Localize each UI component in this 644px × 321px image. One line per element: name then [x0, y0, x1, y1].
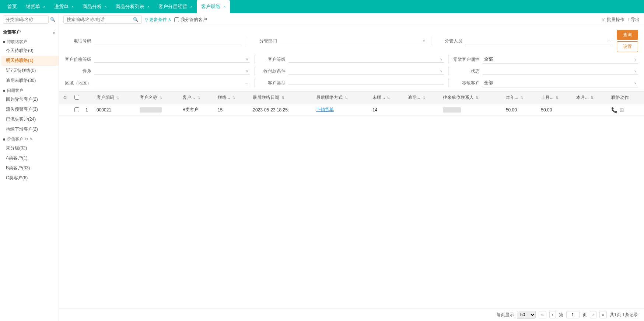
nav-product-analysis[interactable]: 商品分析 × — [78, 0, 111, 13]
sort-last-method[interactable]: ⇅ — [345, 96, 348, 100]
status-select[interactable]: ∨ — [483, 68, 638, 75]
search-btn[interactable]: 🔍 — [133, 17, 139, 22]
first-page-btn[interactable]: « — [539, 311, 546, 318]
sort-year[interactable]: ⇅ — [520, 96, 523, 100]
last-page-btn[interactable]: » — [599, 311, 607, 318]
col-uncontact[interactable]: 未联... ⇅ — [370, 92, 405, 104]
last-method-link[interactable]: 下销货单 — [316, 107, 334, 112]
col-contact-count[interactable]: 联络... ⇅ — [215, 92, 250, 104]
sort-type[interactable]: ⇅ — [197, 96, 200, 100]
sidebar-7days-contact[interactable]: 近7天待联络(0) — [1, 66, 59, 76]
col-last-method[interactable]: 最后联络方式 ⇅ — [313, 92, 370, 104]
sort-name[interactable]: ⇅ — [159, 96, 162, 100]
sort-last-date[interactable]: ⇅ — [281, 96, 284, 100]
page-total: 共1页 1条记录 — [610, 312, 638, 318]
nav-close-product-list[interactable]: × — [147, 4, 150, 9]
col-last-date[interactable]: 最后联络日期 ⇅ — [250, 92, 313, 104]
sort-last-month[interactable]: ⇅ — [556, 96, 559, 100]
sidebar-collapse-icon[interactable]: « — [53, 30, 56, 35]
filter-row-4: 区域（地区） ··· 客户类型 零散客户 全部 — [65, 79, 638, 87]
retail-attr-select[interactable]: 全部 ∨ — [483, 55, 638, 64]
dept-select[interactable]: ∨ — [280, 38, 427, 44]
nav-product-list[interactable]: 商品分析列表 × — [111, 0, 154, 13]
value-edit-icon[interactable]: ✎ — [29, 137, 33, 142]
search-input[interactable] — [67, 17, 133, 22]
col-current-year[interactable]: 本年... ⇅ — [503, 92, 538, 104]
col-overdue[interactable]: 逾期... ⇅ — [405, 92, 440, 104]
my-customers-checkbox[interactable] — [174, 17, 179, 22]
manager-select[interactable]: ··· — [465, 37, 612, 45]
row-uncontact: 14 — [370, 104, 405, 116]
filter-more-btn[interactable]: ▽ 更多条件 ∧ — [145, 17, 171, 23]
sidebar-search-input[interactable] — [3, 15, 49, 24]
my-customers-toggle[interactable]: 我分管的客户 — [174, 17, 207, 23]
check-all[interactable] — [74, 95, 79, 100]
sort-code[interactable]: ⇅ — [116, 96, 119, 100]
nav-close-product[interactable]: × — [105, 4, 107, 9]
sidebar-declining[interactable]: 持续下滑客户(2) — [1, 124, 59, 134]
sidebar-type-a[interactable]: A类客户(1) — [1, 153, 59, 163]
next-page-btn[interactable]: › — [590, 311, 596, 318]
call-icon[interactable]: 📞 — [611, 107, 617, 113]
batch-btn[interactable]: ☑ 批量操作 — [602, 17, 624, 23]
row-check — [71, 104, 83, 116]
region-select[interactable]: ··· — [94, 79, 250, 87]
sidebar-churn-warning[interactable]: 流失预警客户(3) — [1, 104, 59, 114]
retail-customer-select[interactable]: 全部 ∨ — [483, 79, 638, 87]
nav-purchase[interactable]: 进货单 × — [50, 0, 78, 13]
nav-customer-segment[interactable]: 客户分层经营 × — [154, 0, 197, 13]
col-last-month[interactable]: 上月... ⇅ — [538, 92, 573, 104]
sidebar-tomorrow-contact[interactable]: 明天待联络(1) — [1, 56, 59, 66]
sort-unit-contacts[interactable]: ⇅ — [476, 96, 479, 100]
sidebar-churned[interactable]: 已流失客户(24) — [1, 114, 59, 124]
sort-contact[interactable]: ⇅ — [232, 96, 235, 100]
row-checkbox[interactable] — [74, 107, 79, 112]
nav-close-segment[interactable]: × — [190, 4, 192, 9]
h-scrollbar-area[interactable] — [59, 303, 644, 308]
nav-sales[interactable]: 销货单 × — [21, 0, 50, 13]
nav-home[interactable]: 首页 — [3, 0, 21, 13]
sidebar-search-icon[interactable]: 🔍 — [50, 17, 56, 22]
filter-row-2: 客户价格等级 ∨ 客户等级 ∨ 零散客户属性 全部 — [65, 55, 638, 64]
page-input[interactable] — [566, 311, 580, 318]
col-this-month[interactable]: 本月... ⇅ — [573, 92, 609, 104]
nav-close-purchase[interactable]: × — [71, 4, 74, 9]
query-btn[interactable]: 查询 — [617, 30, 638, 40]
sidebar-type-b[interactable]: B类客户(33) — [1, 163, 59, 173]
col-customer-name[interactable]: 客户名称 ⇅ — [137, 92, 180, 104]
page-size-select[interactable]: 50 100 200 — [517, 311, 536, 319]
col-settings[interactable]: ⚙ — [59, 92, 71, 104]
nav-customer-contact[interactable]: 客户联络 × — [197, 0, 230, 13]
payment-select[interactable]: ∨ — [288, 68, 444, 75]
row-last-method: 下销货单 — [313, 104, 370, 116]
sort-overdue[interactable]: ⇅ — [422, 96, 425, 100]
nav-close-contact[interactable]: × — [223, 4, 225, 9]
export-btn[interactable]: ↑ 导出 — [627, 17, 640, 23]
nav-close-sales[interactable]: × — [43, 4, 45, 9]
sidebar-repurchase-abnormal[interactable]: 回购异常客户(2) — [1, 94, 59, 104]
col-customer-code[interactable]: 客户编码 ⇅ — [94, 92, 137, 104]
price-grade-select[interactable]: ∨ — [94, 56, 250, 63]
customer-type-select[interactable] — [288, 82, 444, 84]
customer-grade-select[interactable]: ∨ — [288, 56, 444, 63]
prev-page-btn[interactable]: ‹ — [549, 311, 556, 318]
settings-btn[interactable]: 设置 — [617, 41, 638, 52]
more-actions-icon[interactable]: ⊞ — [620, 107, 624, 113]
sidebar-overdue-contact[interactable]: 逾期未联络(30) — [1, 76, 59, 86]
col-customer-type[interactable]: 客户... ⇅ — [179, 92, 215, 104]
sidebar-today-contact[interactable]: 今天待联络(0) — [1, 46, 59, 56]
col-check — [71, 92, 83, 104]
col-unit-contacts[interactable]: 往来单位联系人 ⇅ — [440, 92, 503, 104]
settings-icon[interactable]: ⚙ — [63, 95, 67, 100]
all-customers-title[interactable]: 全部客户 « — [0, 26, 59, 37]
col-actions: 联络动作 — [608, 92, 644, 104]
value-refresh-icon[interactable]: ↻ — [25, 137, 28, 142]
filter-dept: 分管部门 ∨ — [251, 38, 427, 44]
gender-select[interactable]: ∨ — [94, 68, 250, 75]
sidebar-type-c[interactable]: C类客户(6) — [1, 173, 59, 183]
h-scrollbar[interactable] — [65, 304, 638, 307]
sidebar-ungrouped[interactable]: 未分组(32) — [1, 143, 59, 153]
phone-input[interactable] — [94, 37, 241, 45]
sort-this-month[interactable]: ⇅ — [591, 96, 594, 100]
sort-uncontact[interactable]: ⇅ — [387, 96, 390, 100]
